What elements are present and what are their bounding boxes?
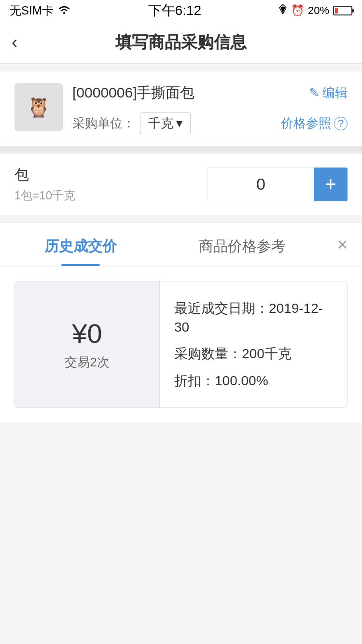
quantity-plus-button[interactable]: +: [314, 168, 348, 201]
quantity-label-area: 包 1包=10千克: [14, 165, 75, 203]
discount-row: 折扣：100.00%: [174, 371, 333, 390]
unit-select[interactable]: 千克 ▾: [140, 112, 191, 134]
quantity-section: 包 1包=10千克 +: [0, 154, 362, 215]
status-bar: 无SIM卡 下午6:12 ⏰ 20%: [0, 0, 362, 21]
wifi-icon: [57, 4, 71, 17]
unit-label: 采购单位： 千克 ▾: [72, 112, 191, 134]
product-full-name: [0000006]手撕面包: [72, 83, 195, 103]
product-header: 🦉 [0000006]手撕面包 ✎ 编辑 采购单位： 千克 ▾: [14, 83, 348, 134]
price-card: ¥0 交易2次 最近成交日期：2019-12-30 采购数量：200千克 折扣：…: [14, 281, 348, 408]
help-icon: ?: [334, 117, 348, 130]
recent-date-row: 最近成交日期：2019-12-30: [174, 299, 333, 336]
carrier-text: 无SIM卡: [10, 3, 54, 18]
product-thumbnail: 🦉: [14, 83, 63, 131]
purchase-qty-value: 200千克: [242, 346, 292, 361]
edit-label: 编辑: [322, 84, 348, 101]
quantity-input-area: +: [208, 168, 348, 201]
status-time: 下午6:12: [148, 1, 202, 20]
nav-bar: ‹ 填写商品采购信息: [0, 21, 362, 64]
price-details: 最近成交日期：2019-12-30 采购数量：200千克 折扣：100.00%: [160, 281, 347, 407]
price-transactions: 交易2次: [65, 354, 109, 371]
product-image-icon: 🦉: [27, 96, 51, 119]
battery-percent: 20%: [308, 4, 329, 17]
product-details: [0000006]手撕面包 ✎ 编辑 采购单位： 千克 ▾ 价格参照 ?: [72, 83, 348, 134]
tab-reference-label: 商品价格参考: [199, 238, 286, 254]
back-button[interactable]: ‹: [12, 32, 17, 53]
price-content: ¥0 交易2次 最近成交日期：2019-12-30 采购数量：200千克 折扣：…: [0, 266, 362, 422]
quantity-unit-label: 包: [14, 165, 75, 185]
edit-button[interactable]: ✎ 编辑: [309, 84, 348, 101]
product-unit-row: 采购单位： 千克 ▾ 价格参照 ?: [72, 112, 348, 134]
tab-bar: 历史成交价 商品价格参考 ×: [0, 223, 362, 266]
price-reference-button[interactable]: 价格参照 ?: [281, 115, 348, 132]
quantity-conversion: 1包=10千克: [14, 188, 75, 203]
quantity-input[interactable]: [208, 168, 314, 201]
tab-close-button[interactable]: ×: [323, 235, 362, 255]
purchase-qty-label: 采购数量：: [174, 346, 242, 361]
price-summary: ¥0 交易2次: [15, 281, 160, 407]
price-ref-label: 价格参照: [281, 115, 331, 132]
recent-date-label: 最近成交日期：: [174, 301, 269, 316]
battery-indicator: [333, 6, 352, 15]
dropdown-arrow-icon: ▾: [176, 116, 182, 131]
svg-point-0: [63, 12, 65, 14]
status-left: 无SIM卡: [10, 3, 71, 18]
alarm-icon: ⏰: [291, 4, 304, 17]
product-section: 🦉 [0000006]手撕面包 ✎ 编辑 采购单位： 千克 ▾: [0, 71, 362, 146]
main-content: [0, 422, 362, 644]
product-name-row: [0000006]手撕面包 ✎ 编辑: [72, 83, 348, 103]
location-icon: [278, 4, 287, 17]
tab-product-price-reference[interactable]: 商品价格参考: [161, 223, 322, 266]
status-right: ⏰ 20%: [278, 4, 352, 17]
price-amount: ¥0: [72, 318, 102, 349]
tab-history-label: 历史成交价: [44, 238, 117, 254]
tab-history-price[interactable]: 历史成交价: [0, 223, 161, 266]
unit-label-text: 采购单位：: [72, 115, 135, 132]
edit-icon: ✎: [309, 85, 320, 100]
page-title: 填写商品采购信息: [115, 31, 247, 54]
tab-section: 历史成交价 商品价格参考 × ¥0 交易2次 最近成交日期：2019-12-30…: [0, 223, 362, 422]
unit-value: 千克: [148, 115, 173, 132]
discount-value: 100.00%: [215, 373, 268, 388]
section-divider: [0, 146, 362, 154]
discount-label: 折扣：: [174, 373, 215, 388]
purchase-qty-row: 采购数量：200千克: [174, 344, 333, 363]
